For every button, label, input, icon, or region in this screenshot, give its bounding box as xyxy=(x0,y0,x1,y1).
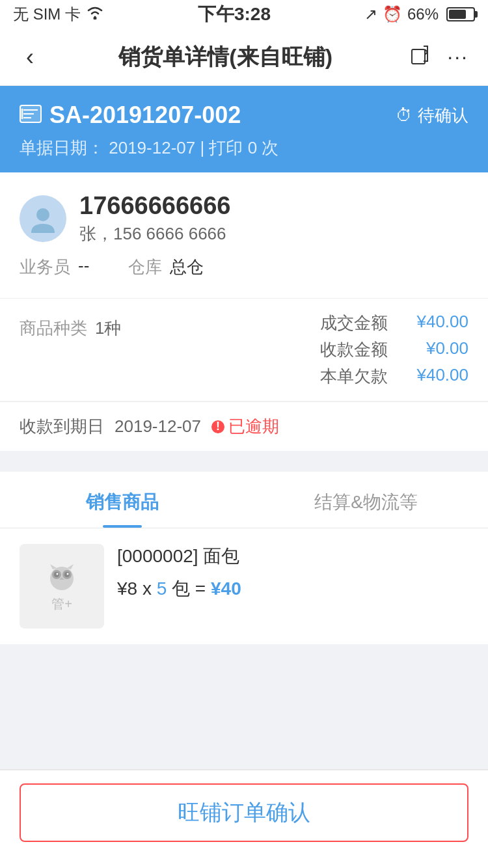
product-qty: 5 xyxy=(157,578,167,599)
deal-amount-row: 成交金额 ¥40.00 xyxy=(310,312,468,334)
overdue-icon: ! xyxy=(211,420,224,433)
nav-bar: ‹ 销货单详情(来自旺铺) ··· xyxy=(0,29,488,86)
order-header: SA-20191207-002 ⏱ 待确认 单据日期： 2019-12-07 |… xyxy=(0,86,488,172)
svg-rect-1 xyxy=(412,49,425,64)
date-label: 单据日期： xyxy=(20,138,104,157)
nav-actions: ··· xyxy=(411,44,468,70)
back-button[interactable]: ‹ xyxy=(20,37,40,77)
overdue-text: 已逾期 xyxy=(228,415,279,438)
customer-card: 17666666666 张，156 6666 6666 业务员 -- 仓库 总仓… xyxy=(0,172,488,451)
order-status: ⏱ 待确认 xyxy=(396,104,468,127)
date-value: 2019-12-07 xyxy=(109,138,195,157)
owed-amount-row: 本单欠款 ¥40.00 xyxy=(310,365,468,388)
order-id-row: SA-20191207-002 ⏱ 待确认 xyxy=(20,102,468,129)
equals-sign: = xyxy=(195,578,211,599)
owed-amount-value: ¥40.00 xyxy=(403,365,468,388)
alarm-icon: ⏰ xyxy=(383,5,402,23)
tab-settlement-label: 结算&物流等 xyxy=(314,492,418,512)
customer-meta: 业务员 -- 仓库 总仓 xyxy=(20,256,468,278)
tabs-row: 销售商品 结算&物流等 xyxy=(0,472,488,528)
due-date-value: 2019-12-07 xyxy=(115,416,201,437)
status-left: 无 SIM 卡 xyxy=(13,4,104,25)
tab-settlement[interactable]: 结算&物流等 xyxy=(244,472,488,528)
tab-sales-products-label: 销售商品 xyxy=(86,492,159,512)
svg-point-10 xyxy=(67,573,69,575)
product-unit: 包 xyxy=(172,578,190,599)
product-name: [0000002] 面包 xyxy=(117,544,468,569)
warehouse-meta: 仓库 总仓 xyxy=(128,256,204,278)
svg-point-0 xyxy=(94,17,97,20)
product-total: ¥40 xyxy=(211,578,241,599)
owed-amount-label: 本单欠款 xyxy=(310,365,388,388)
share-button[interactable] xyxy=(411,44,431,70)
product-info: [0000002] 面包 ¥8 x 5 包 = ¥40 xyxy=(117,544,468,601)
received-amount-label: 收款金额 xyxy=(310,338,388,361)
status-clock-icon: ⏱ xyxy=(396,105,413,126)
svg-point-3 xyxy=(36,208,49,221)
overdue-badge: ! 已逾期 xyxy=(211,415,279,438)
location-icon: ↗ xyxy=(364,5,377,23)
customer-phone: 17666666666 xyxy=(79,192,230,220)
received-amount-value: ¥0.00 xyxy=(403,338,468,361)
summary-section: 商品种类 1种 成交金额 ¥40.00 收款金额 ¥0.00 本单欠款 ¥40.… xyxy=(0,299,488,401)
brand-plus-label: 管+ xyxy=(51,595,72,613)
order-date-info: 单据日期： 2019-12-07 | 打印 0 次 xyxy=(20,137,468,159)
salesman-meta: 业务员 -- xyxy=(20,256,89,278)
received-amount-row: 收款金额 ¥0.00 xyxy=(310,338,468,361)
carrier-label: 无 SIM 卡 xyxy=(13,4,81,25)
deal-amount-label: 成交金额 xyxy=(310,312,388,334)
page-title: 销货单详情(来自旺铺) xyxy=(118,42,332,72)
product-item: 管+ [0000002] 面包 ¥8 x 5 包 = ¥40 xyxy=(20,544,468,629)
battery-icon xyxy=(446,7,475,21)
customer-top: 17666666666 张，156 6666 6666 xyxy=(20,192,468,245)
more-button[interactable]: ··· xyxy=(447,45,468,69)
amounts-section: 成交金额 ¥40.00 收款金额 ¥0.00 本单欠款 ¥40.00 xyxy=(310,312,468,388)
salesman-label: 业务员 xyxy=(20,256,70,278)
deal-amount-value: ¥40.00 xyxy=(403,312,468,334)
multiply-sign: x xyxy=(142,578,157,599)
product-type-value: 1种 xyxy=(95,317,121,340)
product-section: 管+ [0000002] 面包 ¥8 x 5 包 = ¥40 xyxy=(0,528,488,644)
customer-section: 17666666666 张，156 6666 6666 业务员 -- 仓库 总仓 xyxy=(0,172,488,298)
tabs-section: 销售商品 结算&物流等 xyxy=(0,472,488,528)
due-date-section: 收款到期日 2019-12-07 ! 已逾期 xyxy=(0,401,488,451)
status-bar: 无 SIM 卡 下午3:28 ↗ ⏰ 66% xyxy=(0,0,488,29)
tab-sales-products[interactable]: 销售商品 xyxy=(0,472,244,528)
product-type: 商品种类 1种 xyxy=(20,312,121,340)
customer-avatar xyxy=(20,195,66,242)
warehouse-value: 总仓 xyxy=(170,256,204,278)
wifi-icon xyxy=(86,5,104,23)
battery-percent: 66% xyxy=(407,5,439,23)
content-spacer xyxy=(0,644,488,761)
status-right: ↗ ⏰ 66% xyxy=(364,5,475,23)
warehouse-label: 仓库 xyxy=(128,256,162,278)
salesman-value: -- xyxy=(78,256,89,278)
product-name-text: 面包 xyxy=(203,546,239,566)
product-code: [0000002] xyxy=(117,546,198,566)
order-id: SA-20191207-002 xyxy=(20,102,241,129)
customer-name: 张，156 6666 6666 xyxy=(79,223,230,245)
product-unit-price: ¥8 xyxy=(117,578,137,599)
status-text: 待确认 xyxy=(418,104,468,127)
order-icon xyxy=(20,102,42,129)
confirm-order-button[interactable]: 旺铺订单确认 xyxy=(20,783,468,842)
product-price: ¥8 x 5 包 = ¥40 xyxy=(117,576,468,601)
main-divider xyxy=(0,461,488,472)
order-id-text: SA-20191207-002 xyxy=(49,102,241,129)
print-info: | 打印 0 次 xyxy=(200,138,278,157)
status-time: 下午3:28 xyxy=(198,2,271,27)
customer-info: 17666666666 张，156 6666 6666 xyxy=(79,192,230,245)
due-date-label: 收款到期日 xyxy=(20,415,104,438)
svg-point-9 xyxy=(57,573,59,575)
product-type-label: 商品种类 xyxy=(20,317,87,340)
product-thumbnail: 管+ xyxy=(20,544,104,629)
product-thumb-inner: 管+ xyxy=(42,560,81,613)
bottom-bar: 旺铺订单确认 xyxy=(0,769,488,868)
